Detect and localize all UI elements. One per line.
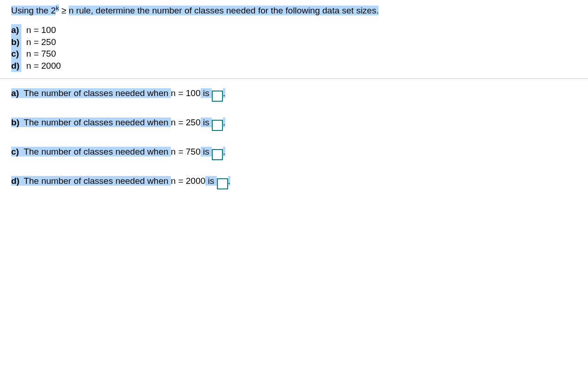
option-text: n = 100 [26,25,56,35]
answer-tail: . [228,176,230,186]
answer-row-b: b) The number of classes needed when n =… [11,117,577,131]
list-item: a) n = 100 [11,24,577,36]
answer-letter: d) [11,175,21,188]
option-list: a) n = 100 b) n = 250 c) n = 750 d) n = … [11,24,577,72]
prompt-pre: Using the [11,6,51,15]
answer-pre: The number of classes needed when [21,117,171,127]
answer-mid: n = 100 [171,88,201,98]
list-item: c) n = 750 [11,48,577,60]
option-text: n = 750 [26,49,56,58]
option-letter: d) [11,60,21,72]
expr-sup: k [56,5,59,12]
answer-pre: The number of classes needed when [21,176,171,186]
option-text: n = 250 [26,37,56,47]
list-item: d) n = 2000 [11,60,577,72]
answer-tail: . [223,147,225,156]
expr-base: 2 [51,6,56,15]
prompt-post: rule, determine the number of classes ne… [74,6,379,15]
answer-post: is [201,147,212,156]
answer-letter: c) [11,146,21,158]
option-letter: b) [11,36,21,48]
answer-post: is [205,176,216,186]
answer-mid: n = 250 [171,117,201,127]
answer-tail: . [223,88,225,98]
answer-tail: . [223,117,225,127]
answer-pre: The number of classes needed when [21,147,171,156]
answer-mid: n = 2000 [171,176,206,186]
answer-pre: The number of classes needed when [21,88,171,98]
answer-post: is [201,117,212,127]
answer-post: is [201,88,212,98]
option-letter: c) [11,48,21,60]
option-text: n = 2000 [26,61,61,71]
answer-row-c: c) The number of classes needed when n =… [11,146,577,160]
option-letter: a) [11,24,21,36]
answer-letter: b) [11,117,21,129]
answer-mid: n = 750 [171,147,201,156]
answer-input-b[interactable] [212,120,223,131]
expr-rel: ≥ [61,6,66,15]
answer-input-d[interactable] [217,178,228,189]
list-item: b) n = 250 [11,36,577,48]
question-prompt: Using the 2k ≥ n rule, determine the num… [11,6,577,16]
answer-row-a: a) The number of classes needed when n =… [11,87,577,102]
divider [0,78,588,79]
answer-section: a) The number of classes needed when n =… [0,87,588,189]
answer-input-a[interactable] [212,91,223,102]
expr-n: n [69,6,74,15]
answer-row-d: d) The number of classes needed when n =… [11,175,577,189]
answer-input-c[interactable] [212,149,223,160]
answer-letter: a) [11,87,21,100]
